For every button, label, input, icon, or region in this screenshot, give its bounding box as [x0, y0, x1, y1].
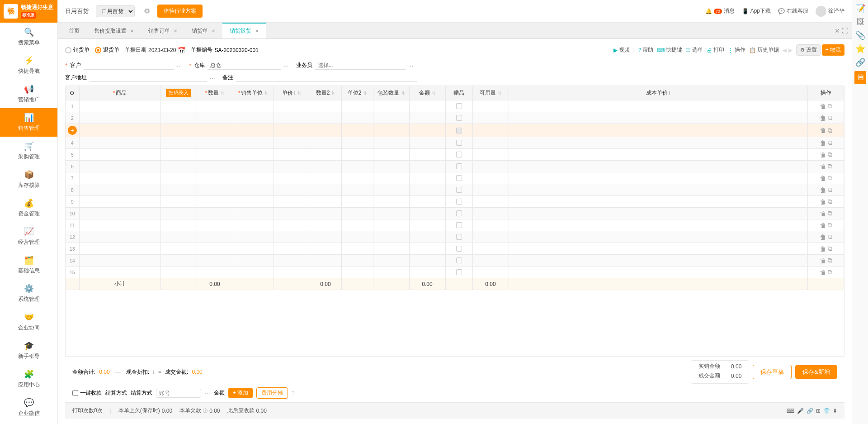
scan-btn[interactable]: 扫码录入	[166, 89, 191, 97]
row-delete-btn[interactable]: 🗑	[820, 245, 826, 252]
quantity-sort-icon[interactable]: ⇅	[221, 91, 224, 95]
row-copy-btn[interactable]: ⧉	[828, 245, 832, 252]
row-delete-btn[interactable]: 🗑	[820, 151, 826, 158]
sidebar-item-sales[interactable]: 📊 销售管理	[0, 108, 57, 137]
tab-sale-settings-close[interactable]: ✕	[130, 29, 134, 33]
row-3-delete-btn[interactable]: 🗑	[820, 127, 826, 134]
sidebar-item-inventory[interactable]: 📦 库存核算	[0, 165, 57, 194]
customer-more-btn[interactable]: ···	[177, 62, 182, 69]
action-shortcut[interactable]: ⌨ 快捷键	[657, 46, 682, 54]
row-3-quantity2[interactable]	[310, 124, 341, 137]
add-logistics-btn[interactable]: + 物流	[822, 44, 844, 56]
right-note-icon[interactable]: 📝	[855, 4, 865, 14]
row-2-unit2[interactable]	[341, 112, 373, 124]
row-delete-btn[interactable]: 🗑	[820, 269, 826, 276]
row-1-delete-btn[interactable]: 🗑	[820, 103, 826, 110]
add-row-btn[interactable]: +	[68, 126, 77, 135]
radio-return[interactable]: 退货单	[95, 46, 119, 54]
add-payment-btn[interactable]: + 添加	[228, 388, 253, 398]
row-3-product[interactable]	[79, 124, 160, 137]
action-select[interactable]: ☰ 选单	[686, 46, 703, 54]
row-1-quantity[interactable]	[197, 100, 233, 112]
row-2-pack-qty[interactable]	[373, 112, 409, 124]
right-attach-icon[interactable]: 📎	[855, 30, 865, 40]
address-input[interactable]	[90, 73, 207, 82]
row-copy-btn[interactable]: ⧉	[828, 162, 832, 170]
row-delete-btn[interactable]: 🗑	[820, 222, 826, 229]
row-delete-btn[interactable]: 🗑	[820, 163, 826, 170]
calendar-icon[interactable]: 📅	[178, 47, 185, 54]
sidebar-item-purchase[interactable]: 🛒 采购管理	[0, 137, 57, 165]
row-copy-btn[interactable]: ⧉	[828, 198, 832, 205]
row-2-cost-unit[interactable]	[509, 112, 808, 124]
unit2-sort-icon[interactable]: ⇅	[363, 91, 367, 95]
row-1-product[interactable]	[79, 100, 160, 112]
sidebar-item-coop[interactable]: 🤝 企业协同	[0, 308, 57, 336]
sidebar-item-marketing[interactable]: 📢 营销推广	[0, 80, 57, 108]
right-image-icon[interactable]: 🖼	[856, 17, 864, 27]
sidebar-item-member[interactable]: 👑 畅会员	[0, 422, 57, 424]
sidebar-item-shortcut[interactable]: ⚡ 快捷导航	[0, 51, 57, 80]
row-copy-btn[interactable]: ⧉	[828, 210, 832, 217]
salesperson-more-btn[interactable]: ···	[408, 62, 414, 69]
online-support-btn[interactable]: 💬 在线客服	[778, 7, 808, 15]
row-delete-btn[interactable]: 🗑	[820, 186, 826, 194]
sidebar-item-basic[interactable]: 🗂️ 基础信息	[0, 251, 57, 279]
expense-split-btn[interactable]: 费用分摊	[256, 387, 288, 399]
tab-sale-goods[interactable]: 销货单 ✕	[184, 23, 222, 38]
sidebar-item-apps[interactable]: 🧩 应用中心	[0, 365, 57, 393]
tab-close-all-btn[interactable]: ✕	[835, 27, 840, 34]
row-2-quantity[interactable]	[197, 112, 233, 124]
row-3-copy-btn[interactable]: ⧉	[828, 127, 832, 134]
salesperson-input[interactable]	[315, 61, 406, 70]
customer-input[interactable]	[84, 61, 174, 70]
user-profile[interactable]: 徐泽华	[816, 6, 844, 17]
row-copy-btn[interactable]: ⧉	[828, 174, 832, 182]
row-3-cost-unit[interactable]	[509, 124, 808, 137]
row-1-available[interactable]	[472, 100, 509, 112]
notification-btn[interactable]: 🔔 70 消息	[705, 7, 735, 15]
right-star-icon[interactable]: ⭐	[855, 44, 865, 54]
row-2-gift-checkbox[interactable]	[456, 115, 462, 121]
sidebar-item-search[interactable]: 🔍 搜索菜单	[0, 23, 57, 51]
save-new-btn[interactable]: 保存&新增	[795, 365, 837, 379]
row-1-cost-unit[interactable]	[509, 100, 808, 112]
tab-expand-btn[interactable]: ⛶	[842, 27, 848, 34]
row-3-amount[interactable]	[409, 124, 445, 137]
app-download-btn[interactable]: 📱 App下载	[742, 7, 771, 15]
pack-qty-sort-icon[interactable]: ⇅	[401, 91, 405, 95]
tab-sale-order[interactable]: 销售订单 ✕	[141, 23, 184, 38]
tab-sale-goods-close[interactable]: ✕	[212, 29, 215, 33]
sidebar-item-finance[interactable]: 💰 资金管理	[0, 194, 57, 222]
action-ops[interactable]: ⋮ 操作	[728, 46, 745, 54]
available-sort-icon[interactable]: ⇅	[498, 91, 501, 95]
note-input[interactable]	[236, 73, 417, 82]
action-history[interactable]: 📋 历史单据	[749, 46, 779, 54]
radio-sale[interactable]: 销货单	[65, 46, 90, 54]
row-2-copy-btn[interactable]: ⧉	[828, 114, 832, 122]
row-copy-btn[interactable]: ⧉	[828, 221, 832, 229]
tab-sale-order-close[interactable]: ✕	[174, 29, 177, 33]
row-3-sale-unit[interactable]	[233, 124, 274, 137]
row-1-unit2[interactable]	[341, 100, 373, 112]
row-3-unit2[interactable]	[341, 124, 373, 137]
quantity2-sort-icon[interactable]: ⇅	[331, 91, 335, 95]
tab-sale-return-close[interactable]: ✕	[255, 29, 259, 33]
sidebar-item-ops[interactable]: 📈 经营管理	[0, 222, 57, 251]
row-copy-btn[interactable]: ⧉	[828, 139, 832, 147]
experience-btn[interactable]: 体验行业方案	[157, 5, 203, 18]
row-1-amount[interactable]	[409, 100, 445, 112]
row-delete-btn[interactable]: 🗑	[820, 139, 826, 147]
row-delete-btn[interactable]: 🗑	[820, 175, 826, 182]
tab-sale-return[interactable]: 销货退货 ✕	[222, 23, 266, 38]
sidebar-item-wechat[interactable]: 💬 企业微信	[0, 393, 57, 422]
save-draft-btn[interactable]: 保存草稿	[753, 365, 792, 379]
row-3-quantity[interactable]	[197, 124, 233, 137]
row-delete-btn[interactable]: 🗑	[820, 257, 826, 264]
row-1-gift-checkbox[interactable]	[456, 103, 462, 109]
row-1-pack-qty[interactable]	[373, 100, 409, 112]
warehouse-more-btn[interactable]: ···	[283, 62, 289, 69]
action-video[interactable]: ▶ 视频	[613, 46, 630, 54]
one-click-checkbox[interactable]	[72, 390, 78, 396]
row-3-gift[interactable]	[445, 124, 472, 137]
